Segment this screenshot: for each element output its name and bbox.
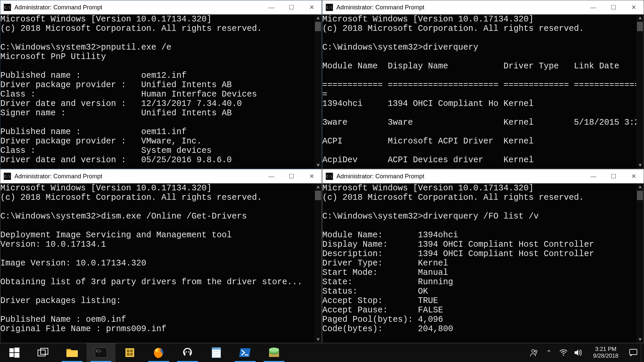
task-view-icon [37,347,49,359]
close-button[interactable]: ✕ [624,0,644,14]
minimize-button[interactable]: — [261,0,281,14]
taskbar: C:\ [0,343,644,362]
taskbar-app-file-explorer[interactable] [58,343,87,362]
scroll-up-icon[interactable]: ⮝ [636,14,644,22]
maximize-button[interactable]: ☐ [603,169,624,183]
taskbar-app-gitkraken[interactable] [173,343,202,362]
titlebar[interactable]: C:\ Administrator: Command Prompt — ☐ ✕ [322,0,644,14]
titlebar[interactable]: C:\ Administrator: Command Prompt — ☐ ✕ [0,0,322,14]
taskbar-app-3[interactable] [115,343,144,362]
people-icon [530,348,538,357]
titlebar[interactable]: C:\ Administrator: Command Prompt — ☐ ✕ [0,169,322,183]
app-icon [124,347,136,359]
cmd-icon: C:\ [4,173,11,180]
cmd-icon: C:\ [95,347,107,359]
cmd-icon: C:\ [326,4,333,11]
scroll-up-icon[interactable]: ⮝ [314,183,322,191]
scroll-thumb[interactable] [637,22,643,31]
scroll-track[interactable] [314,191,322,336]
svg-point-27 [563,355,564,356]
window-title: Administrator: Command Prompt [336,173,583,180]
cmd-icon: C:\ [4,4,11,11]
scroll-down-icon[interactable]: ⮟ [636,336,644,343]
close-button[interactable]: ✕ [302,169,322,183]
svg-rect-1 [14,348,19,352]
svg-point-25 [532,350,534,352]
cmd-window-3: C:\ Administrator: Command Prompt — ☐ ✕ … [0,169,322,343]
scroll-down-icon[interactable]: ⮟ [636,161,644,169]
svg-rect-5 [41,348,48,354]
svg-rect-9 [127,350,129,352]
window-title: Administrator: Command Prompt [14,4,261,11]
clock-time: 3:21 PM [586,346,626,353]
svg-point-24 [269,348,279,352]
volume-button[interactable] [571,343,586,362]
taskbar-app-firefox[interactable] [144,343,173,362]
svg-point-15 [188,351,190,353]
cmd-icon: C:\ [326,173,333,180]
scroll-track[interactable] [314,22,322,161]
cmd-window-4: C:\ Administrator: Command Prompt — ☐ ✕ … [322,169,644,343]
scroll-track[interactable] [636,191,644,336]
window-title: Administrator: Command Prompt [14,173,261,180]
svg-rect-0 [9,348,14,352]
minimize-button[interactable]: — [583,169,603,183]
taskbar-app-powershell[interactable] [231,343,260,362]
task-view-button[interactable] [29,343,58,362]
maximize-button[interactable]: ☐ [603,0,624,14]
close-button[interactable]: ✕ [302,0,322,14]
powershell-icon [239,347,251,359]
svg-rect-28 [630,349,637,355]
taskbar-clock[interactable]: 3:21 PM 9/28/2018 [586,346,626,359]
start-button[interactable] [0,343,29,362]
firefox-icon [153,347,165,359]
cmd-window-2: C:\ Administrator: Command Prompt — ☐ ✕ … [322,0,644,169]
wifi-button[interactable] [556,343,571,362]
scroll-down-icon[interactable]: ⮟ [314,161,322,169]
notification-icon [629,349,637,356]
maximize-button[interactable]: ☐ [281,0,302,14]
console-output[interactable]: Microsoft Windows [Version 10.0.17134.32… [0,14,314,169]
kraken-icon [181,347,194,359]
svg-point-26 [535,350,537,352]
scroll-up-icon[interactable]: ⮝ [636,183,644,191]
scrollbar[interactable]: ⮝ ⮟ [314,14,322,169]
scroll-down-icon[interactable]: ⮟ [314,336,322,343]
cmd-window-1: C:\ Administrator: Command Prompt — ☐ ✕ … [0,0,322,169]
minimize-button[interactable]: — [261,169,281,183]
console-output[interactable]: Microsoft Windows [Version 10.0.17134.32… [322,14,636,169]
scrollbar[interactable]: ⮝ ⮟ [636,183,644,343]
svg-text:C:\: C:\ [96,349,101,353]
taskbar-app-cmd[interactable]: C:\ [87,343,115,362]
svg-rect-11 [127,353,129,356]
maximize-button[interactable]: ☐ [281,169,302,183]
svg-rect-8 [125,348,134,357]
svg-point-14 [185,351,187,353]
show-desktop-button[interactable] [641,343,644,362]
wifi-icon [559,349,568,356]
scroll-up-icon[interactable]: ⮝ [314,14,322,22]
svg-rect-10 [130,350,133,352]
scrollbar[interactable]: ⮝ ⮟ [314,183,322,343]
svg-rect-2 [9,353,14,357]
notepad-icon [210,347,222,359]
scrollbar[interactable]: ⮝ ⮟ [636,14,644,169]
scroll-thumb[interactable] [637,191,643,200]
scroll-thumb[interactable] [315,191,321,200]
window-title: Administrator: Command Prompt [336,4,583,11]
scroll-track[interactable] [636,22,644,161]
speaker-icon [574,349,582,356]
console-output[interactable]: Microsoft Windows [Version 10.0.17134.32… [322,183,636,343]
scroll-thumb[interactable] [315,22,321,31]
svg-rect-12 [130,353,133,356]
minimize-button[interactable]: — [583,0,603,14]
people-button[interactable] [527,343,541,362]
titlebar[interactable]: C:\ Administrator: Command Prompt — ☐ ✕ [322,169,644,183]
svg-rect-17 [212,348,221,350]
close-button[interactable]: ✕ [624,169,644,183]
tray-overflow-button[interactable]: ⌃ [541,343,556,362]
console-output[interactable]: Microsoft Windows [Version 10.0.17134.32… [0,183,314,343]
action-center-button[interactable] [626,343,641,362]
taskbar-app-notepad[interactable] [202,343,231,362]
taskbar-app-5[interactable] [260,343,288,362]
